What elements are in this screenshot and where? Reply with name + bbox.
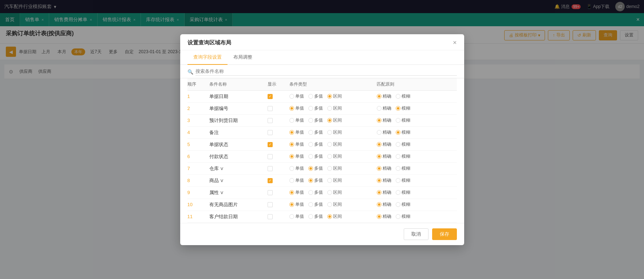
search-input[interactable]	[195, 68, 457, 74]
type-multi-8[interactable]: 多值	[308, 189, 323, 196]
match-exact-5[interactable]: 精确	[377, 153, 391, 160]
type-single-3[interactable]: 单值	[289, 129, 304, 135]
match-fuzzy-4[interactable]: 模糊	[396, 141, 410, 148]
type-range-radio-3[interactable]	[327, 130, 332, 135]
type-range-6[interactable]: 区间	[327, 165, 342, 172]
type-multi-5[interactable]: 多值	[308, 153, 323, 160]
type-range-1[interactable]: 区间	[327, 105, 342, 111]
match-exact-radio-9[interactable]	[377, 202, 382, 206]
type-range-5[interactable]: 区间	[327, 153, 342, 160]
display-checkbox-7[interactable]	[268, 178, 273, 183]
match-exact-2[interactable]: 精确	[377, 117, 391, 123]
type-range-radio-4[interactable]	[327, 142, 332, 147]
type-range-radio-0[interactable]	[327, 94, 332, 99]
match-exact-radio-2[interactable]	[377, 118, 382, 123]
match-fuzzy-2[interactable]: 模糊	[396, 117, 410, 123]
type-range-7[interactable]: 区间	[327, 177, 342, 184]
type-range-9[interactable]: 区间	[327, 201, 342, 206]
type-multi-radio-1[interactable]	[308, 106, 313, 111]
match-exact-radio-7[interactable]	[377, 178, 382, 183]
match-fuzzy-radio-5[interactable]	[396, 154, 400, 159]
type-multi-9[interactable]: 多值	[308, 201, 323, 206]
type-single-radio-2[interactable]	[289, 118, 294, 123]
type-multi-radio-9[interactable]	[308, 202, 313, 206]
type-range-radio-2[interactable]	[327, 118, 332, 123]
match-fuzzy-radio-8[interactable]	[396, 190, 400, 195]
match-exact-radio-0[interactable]	[377, 94, 382, 99]
display-checkbox-1[interactable]	[268, 106, 273, 111]
match-exact-radio-5[interactable]	[377, 154, 382, 159]
match-fuzzy-radio-0[interactable]	[396, 94, 400, 99]
type-multi-radio-2[interactable]	[308, 118, 313, 123]
type-single-radio-9[interactable]	[289, 202, 294, 206]
match-fuzzy-radio-2[interactable]	[396, 118, 400, 123]
type-multi-radio-8[interactable]	[308, 190, 313, 195]
type-range-8[interactable]: 区间	[327, 189, 342, 196]
type-single-radio-6[interactable]	[289, 166, 294, 171]
display-checkbox-3[interactable]	[268, 130, 273, 135]
type-multi-1[interactable]: 多值	[308, 105, 323, 111]
type-multi-3[interactable]: 多值	[308, 129, 323, 135]
match-fuzzy-radio-7[interactable]	[396, 178, 400, 183]
type-range-radio-9[interactable]	[327, 202, 332, 206]
type-multi-2[interactable]: 多值	[308, 117, 323, 123]
type-multi-radio-4[interactable]	[308, 142, 313, 147]
type-single-7[interactable]: 单值	[289, 177, 304, 184]
display-checkbox-9[interactable]	[268, 202, 273, 206]
match-exact-radio-1[interactable]	[377, 106, 382, 111]
match-fuzzy-radio-3[interactable]	[396, 130, 400, 135]
type-multi-radio-5[interactable]	[308, 154, 313, 159]
type-multi-7[interactable]: 多值	[308, 177, 323, 184]
type-range-2[interactable]: 区间	[327, 117, 342, 123]
type-single-9[interactable]: 单值	[289, 201, 304, 206]
match-exact-3[interactable]: 精确	[377, 129, 391, 135]
match-exact-radio-8[interactable]	[377, 190, 382, 195]
type-multi-radio-6[interactable]	[308, 166, 313, 171]
type-single-2[interactable]: 单值	[289, 117, 304, 123]
match-exact-radio-3[interactable]	[377, 130, 382, 135]
match-fuzzy-radio-9[interactable]	[396, 202, 400, 206]
display-checkbox-5[interactable]	[268, 154, 273, 159]
type-multi-6[interactable]: 多值	[308, 165, 323, 172]
type-range-radio-7[interactable]	[327, 178, 332, 183]
type-range-radio-1[interactable]	[327, 106, 332, 111]
match-exact-9[interactable]: 精确	[377, 201, 391, 206]
type-single-radio-0[interactable]	[289, 94, 294, 99]
match-fuzzy-6[interactable]: 模糊	[396, 165, 410, 172]
match-fuzzy-0[interactable]: 模糊	[396, 93, 410, 99]
display-checkbox-4[interactable]	[268, 142, 273, 147]
dialog-close-button[interactable]: ×	[453, 39, 457, 46]
dialog-tab-query-fields[interactable]: 查询字段设置	[187, 50, 228, 65]
type-multi-4[interactable]: 多值	[308, 141, 323, 148]
type-range-radio-5[interactable]	[327, 154, 332, 159]
match-exact-radio-4[interactable]	[377, 142, 382, 147]
dialog-tab-layout[interactable]: 布局调整	[228, 50, 258, 65]
type-multi-radio-3[interactable]	[308, 130, 313, 135]
match-fuzzy-radio-4[interactable]	[396, 142, 400, 147]
match-fuzzy-1[interactable]: 模糊	[396, 105, 410, 111]
type-single-radio-1[interactable]	[289, 106, 294, 111]
match-exact-8[interactable]: 精确	[377, 189, 391, 196]
type-range-radio-8[interactable]	[327, 190, 332, 195]
type-range-4[interactable]: 区间	[327, 141, 342, 148]
match-exact-radio-6[interactable]	[377, 166, 382, 171]
display-checkbox-8[interactable]	[268, 190, 273, 195]
type-single-radio-3[interactable]	[289, 130, 294, 135]
match-exact-7[interactable]: 精确	[377, 177, 391, 184]
match-fuzzy-3[interactable]: 模糊	[396, 129, 410, 135]
match-exact-0[interactable]: 精确	[377, 93, 391, 99]
display-checkbox-0[interactable]	[268, 94, 273, 99]
type-single-4[interactable]: 单值	[289, 141, 304, 148]
type-range-0[interactable]: 区间	[327, 93, 342, 99]
type-multi-0[interactable]: 多值	[308, 93, 323, 99]
type-single-0[interactable]: 单值	[289, 93, 304, 99]
match-exact-6[interactable]: 精确	[377, 165, 391, 172]
match-fuzzy-radio-6[interactable]	[396, 166, 400, 171]
match-fuzzy-radio-1[interactable]	[396, 106, 400, 111]
type-range-3[interactable]: 区间	[327, 129, 342, 135]
type-single-6[interactable]: 单值	[289, 165, 304, 172]
type-single-5[interactable]: 单值	[289, 153, 304, 160]
type-single-8[interactable]: 单值	[289, 189, 304, 196]
display-checkbox-2[interactable]	[268, 118, 273, 123]
match-fuzzy-5[interactable]: 模糊	[396, 153, 410, 160]
